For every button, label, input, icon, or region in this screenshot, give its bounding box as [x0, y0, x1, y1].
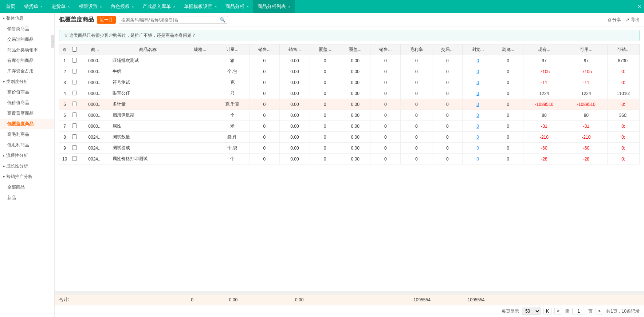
close-icon[interactable]: ×	[215, 5, 217, 9]
row-gross-margin: 0	[401, 66, 432, 77]
column-browse1[interactable]: 浏览...	[463, 44, 493, 55]
row-browse1[interactable]: 0	[463, 121, 493, 132]
close-icon[interactable]: ×	[100, 5, 102, 9]
sidebar-item-inventory-fund[interactable]: 库存资金占用	[0, 66, 54, 76]
row-browse1[interactable]: 0	[463, 143, 493, 154]
search-icon[interactable]: 🔍	[220, 17, 225, 23]
sidebar-item-high-coverage[interactable]: 高覆盖度商品	[0, 108, 54, 119]
row-code: 0024...	[79, 132, 111, 143]
prev-page-button[interactable]: <	[554, 308, 562, 314]
first-page-button[interactable]: K	[543, 308, 551, 314]
row-checkbox[interactable]	[70, 77, 79, 88]
close-icon[interactable]: ×	[247, 5, 249, 9]
sidebar-item-low-margin[interactable]: 低毛利商品	[0, 140, 54, 150]
column-saleable[interactable]: 可销...	[607, 44, 639, 55]
column-spec[interactable]: 规格...	[185, 44, 215, 55]
close-icon[interactable]: ×	[288, 5, 290, 9]
nav-tab-goods-analysis[interactable]: 商品分析 ×	[221, 0, 253, 13]
sidebar-item-low-value[interactable]: 低价值商品	[0, 98, 54, 108]
row-trans: 0	[432, 154, 463, 165]
row-checkbox[interactable]	[70, 99, 79, 110]
column-sales-amt[interactable]: 销售...	[279, 44, 310, 55]
sidebar-item-high-value[interactable]: 高价值商品	[0, 87, 54, 98]
sidebar-item-new-goods[interactable]: 新品	[0, 193, 54, 203]
sidebar-item-sales-goods[interactable]: 销售类商品	[0, 24, 54, 34]
column-current-stock[interactable]: 现有...	[523, 44, 565, 55]
row-available: 80	[565, 110, 607, 121]
column-coverage1[interactable]: 覆盖...	[310, 44, 340, 55]
column-transaction[interactable]: 交易...	[432, 44, 463, 55]
column-coverage2[interactable]: 覆盖...	[340, 44, 370, 55]
share-button[interactable]: ⎙ 分享	[608, 17, 621, 23]
per-page-select[interactable]: 50 100 200	[522, 308, 541, 315]
row-browse1[interactable]: 0	[463, 77, 493, 88]
sidebar-item-low-coverage[interactable]: 低覆盖度商品	[0, 119, 54, 129]
row-browse1[interactable]: 0	[463, 88, 493, 99]
sidebar-item-stocked-goods[interactable]: 有库存的商品	[0, 55, 54, 66]
column-unit[interactable]: 计量...	[215, 44, 249, 55]
row-checkbox[interactable]	[70, 66, 79, 77]
close-icon[interactable]: ×	[132, 5, 134, 9]
column-sales-qty[interactable]: 销售...	[249, 44, 279, 55]
row-checkbox[interactable]	[70, 121, 79, 132]
sidebar-section-growth[interactable]: ▸ 成长性分析	[0, 161, 54, 171]
close-icon[interactable]: ×	[173, 5, 175, 9]
column-gear[interactable]: ⚙	[59, 44, 70, 55]
row-gross-margin: 0	[401, 143, 432, 154]
nav-tab-roles[interactable]: 角色授权 ×	[106, 0, 138, 13]
column-available[interactable]: 可用...	[565, 44, 607, 55]
row-browse1[interactable]: 0	[463, 99, 493, 110]
sidebar-item-traded-goods[interactable]: 交易过的商品	[0, 34, 54, 45]
total-sales-qty: 0	[191, 297, 193, 302]
nav-tab-template[interactable]: 单据模板设置 ×	[180, 0, 221, 13]
close-icon[interactable]: ×	[40, 5, 43, 9]
row-cov2: 0.00	[340, 88, 370, 99]
settings-icon[interactable]: ⚙	[63, 47, 67, 52]
row-sales-amt: 0.00	[279, 132, 310, 143]
close-all-button[interactable]: ×	[638, 3, 641, 10]
nav-tab-purchase[interactable]: 进货单 ×	[47, 0, 74, 13]
sidebar-section-category[interactable]: ▾ 类别度分析	[0, 76, 54, 87]
row-browse1[interactable]: 0	[463, 66, 493, 77]
column-name[interactable]: 商品名称	[111, 44, 185, 55]
row-saleable: 0:	[607, 121, 639, 132]
close-icon[interactable]: ×	[68, 5, 70, 9]
sidebar-item-category-sales-rate[interactable]: 商品分类动销率	[0, 45, 54, 55]
next-page-button[interactable]: >	[596, 308, 603, 314]
row-browse1[interactable]: 0	[463, 110, 493, 121]
row-checkbox[interactable]	[70, 55, 79, 66]
horizontal-scrollbar[interactable]	[55, 291, 644, 294]
row-sales-qty: 0	[249, 66, 279, 77]
row-browse1[interactable]: 0	[463, 55, 493, 66]
row-browse2: 0	[493, 77, 523, 88]
row-checkbox[interactable]	[70, 143, 79, 154]
row-browse1[interactable]: 0	[463, 132, 493, 143]
sidebar-item-all-goods[interactable]: 全部商品	[0, 182, 54, 193]
row-spec	[185, 66, 215, 77]
row-checkbox[interactable]	[70, 110, 79, 121]
search-input[interactable]	[121, 17, 218, 23]
row-checkbox[interactable]	[70, 154, 79, 165]
column-gross-margin[interactable]: 毛利率	[401, 44, 432, 55]
sidebar-collapse-button[interactable]: «	[51, 35, 55, 48]
row-browse1[interactable]: 0	[463, 154, 493, 165]
row-checkbox[interactable]	[70, 132, 79, 143]
sidebar-section-circulation[interactable]: ▸ 流通性分析	[0, 150, 54, 161]
nav-tab-goods-analysis-list[interactable]: 商品分析列表 ×	[253, 0, 295, 13]
nav-tab-finished-goods[interactable]: 产成品入库单 ×	[138, 0, 180, 13]
column-sales3[interactable]: 销售...	[370, 44, 401, 55]
export-button[interactable]: ↗ 导出	[625, 17, 640, 23]
column-code[interactable]: 商...	[79, 44, 111, 55]
column-browse2[interactable]: 浏览...	[493, 44, 523, 55]
row-code: 0000...	[79, 110, 111, 121]
period-button[interactable]: 近一月	[97, 16, 116, 24]
page-number-input[interactable]	[572, 308, 585, 314]
nav-tab-home[interactable]: 首页	[1, 0, 20, 13]
sidebar-section-marketing[interactable]: ▾ 营销推广分析	[0, 171, 54, 182]
sidebar-section-overview[interactable]: ▾ 整体信息	[0, 13, 54, 24]
row-checkbox[interactable]	[70, 88, 79, 99]
nav-tab-sales[interactable]: 销货单 ×	[20, 0, 47, 13]
sidebar-item-high-margin[interactable]: 高毛利商品	[0, 129, 54, 140]
select-all-checkbox[interactable]	[72, 47, 77, 52]
nav-tab-permissions[interactable]: 权限设置 ×	[74, 0, 106, 13]
